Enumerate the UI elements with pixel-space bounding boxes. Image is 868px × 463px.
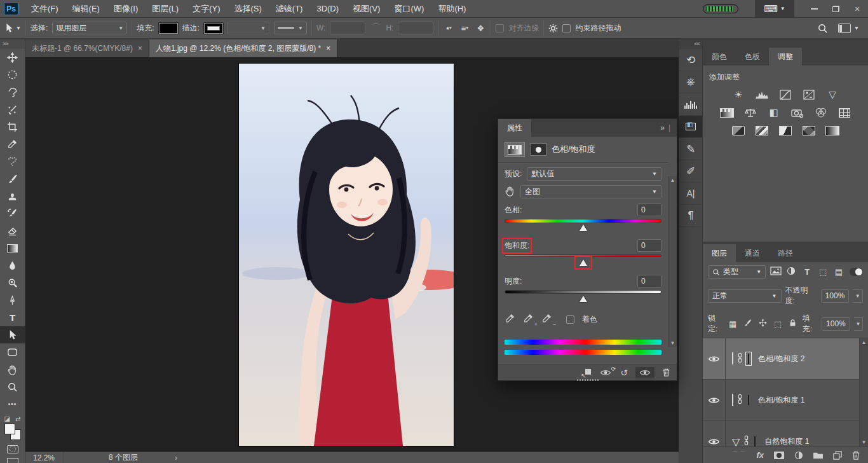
healing-brush-tool[interactable] (0, 153, 25, 170)
clone-stamp-tool[interactable] (0, 188, 25, 205)
default-swatches-icon[interactable]: ◪⇄ (4, 415, 21, 422)
type-tool[interactable]: T (0, 309, 25, 326)
tab-paths[interactable]: 路径 (769, 244, 802, 262)
stroke-type-dropdown[interactable]: ▼ (274, 22, 307, 34)
mask-link-icon[interactable] (743, 435, 749, 446)
marquee-tool[interactable] (0, 66, 25, 83)
window-restore-button[interactable] (825, 0, 846, 18)
lock-all-icon[interactable] (787, 319, 799, 329)
adj-curves-icon[interactable] (778, 89, 793, 100)
menu-window[interactable]: 窗口(W) (388, 0, 430, 18)
layer-name[interactable]: 自然饱和度 1 (764, 436, 809, 447)
layer-row-hue-saturation-1[interactable]: 色相/饱和度 1 (703, 380, 868, 421)
menu-layer[interactable]: 图层(L) (146, 0, 185, 18)
brush-settings-panel-icon[interactable]: ✎ (679, 138, 703, 160)
lock-transparency-icon[interactable]: ▦ (727, 319, 738, 329)
menu-file[interactable]: 文件(F) (25, 0, 65, 18)
foreground-color[interactable] (4, 424, 15, 434)
eyedropper-tool[interactable] (0, 135, 25, 153)
menu-edit[interactable]: 编辑(E) (66, 0, 106, 18)
menu-type[interactable]: 文字(Y) (186, 0, 226, 18)
hue-saturation-adjustment-icon[interactable] (732, 394, 733, 406)
filter-adjustment-layers-icon[interactable] (785, 266, 797, 277)
tab-swatches[interactable]: 色板 (736, 48, 769, 66)
channel-dropdown[interactable]: 全图▼ (520, 185, 661, 198)
blend-mode-dropdown[interactable]: 正常▼ (708, 289, 782, 303)
adj-photo-filter-icon[interactable] (790, 107, 805, 118)
select-mode-dropdown[interactable]: 现用图层▼ (52, 22, 127, 34)
crop-tool[interactable] (0, 118, 25, 135)
panel-resize-grip[interactable] (577, 379, 599, 381)
tab-color[interactable]: 颜色 (703, 48, 736, 66)
quick-mask-button[interactable] (7, 445, 18, 454)
adj-posterize-icon[interactable] (754, 125, 770, 136)
width-input[interactable] (330, 22, 365, 34)
adj-vibrance-icon[interactable]: ▽ (825, 89, 840, 100)
edit-toolbar-button[interactable]: ••• (0, 396, 25, 413)
hue-slider-track[interactable] (505, 219, 661, 223)
path-selection-tool[interactable] (0, 326, 25, 343)
scroll-down-icon[interactable]: ▼ (670, 340, 675, 346)
brushes-panel-icon[interactable]: ✐ (679, 160, 703, 183)
adj-color-lookup-icon[interactable] (837, 107, 852, 118)
scroll-up-icon[interactable]: ▲ (670, 177, 675, 183)
hue-value-input[interactable]: 0 (637, 204, 661, 216)
eyedropper-subtract-icon[interactable]: − (541, 313, 552, 326)
layer-mask-thumbnail[interactable] (747, 394, 750, 406)
gear-icon[interactable] (548, 24, 558, 33)
history-brush-tool[interactable] (0, 205, 25, 222)
adj-exposure-icon[interactable] (801, 89, 817, 100)
constrain-path-checkbox[interactable] (562, 24, 571, 32)
vibrance-adjustment-icon[interactable]: ▽ (732, 436, 740, 447)
window-minimize-button[interactable] (803, 0, 825, 18)
adj-gradient-map-icon[interactable] (825, 125, 840, 136)
lock-pixels-icon[interactable] (742, 319, 754, 329)
properties-collapse-icon[interactable]: » (660, 123, 668, 132)
adj-channel-mixer-icon[interactable] (813, 107, 829, 118)
targeted-adjustment-icon[interactable] (505, 186, 515, 198)
toggle-visibility-button[interactable] (635, 367, 654, 378)
history-panel-icon[interactable]: ⟲ (679, 49, 703, 71)
move-tool[interactable] (0, 49, 25, 66)
new-adjustment-layer-button[interactable] (794, 451, 803, 460)
menu-help[interactable]: 帮助(H) (431, 0, 472, 18)
filter-toggle-switch[interactable] (850, 268, 863, 276)
document-tab-person[interactable]: 人物1.jpg @ 12.2% (色相/饱和度 2, 图层蒙版/8) * × (149, 39, 337, 57)
screen-mode-button[interactable] (7, 458, 18, 463)
lightness-slider-track[interactable] (505, 290, 661, 294)
preset-dropdown[interactable]: 默认值▼ (527, 167, 661, 181)
dock-collapse-button[interactable]: << (679, 39, 702, 49)
layers-scrollbar[interactable]: ▲▼ (859, 338, 868, 446)
zoom-level-field[interactable]: 12.2% (25, 453, 64, 462)
lock-position-icon[interactable] (757, 319, 769, 329)
filter-type-dropdown[interactable]: 类型▼ (708, 265, 766, 279)
clip-to-layer-button[interactable] (582, 369, 591, 377)
hue-saturation-adjustment-icon[interactable] (732, 353, 733, 364)
adj-invert-icon[interactable] (731, 125, 746, 136)
adj-hue-saturation-icon[interactable] (719, 107, 735, 118)
blur-tool[interactable] (0, 257, 25, 274)
menu-select[interactable]: 选择(S) (227, 0, 268, 18)
tab-properties[interactable]: 属性 (498, 119, 531, 137)
status-chevron-icon[interactable]: › (149, 453, 177, 462)
adj-brightness-contrast-icon[interactable]: ☀ (731, 89, 746, 100)
window-close-button[interactable]: × (846, 0, 868, 18)
lightness-slider-thumb[interactable] (580, 296, 587, 302)
mask-link-icon[interactable] (737, 352, 743, 365)
workspace-switcher-icon[interactable]: ▼ (838, 24, 859, 33)
character-panel-icon[interactable]: A| (679, 183, 703, 205)
adj-threshold-icon[interactable] (778, 125, 793, 136)
new-layer-button[interactable] (833, 451, 842, 460)
adj-selective-color-icon[interactable] (801, 125, 817, 136)
tab-layers[interactable]: 图层 (703, 244, 736, 262)
colorize-checkbox[interactable] (566, 315, 574, 324)
filter-smart-objects-icon[interactable]: ▤ (832, 267, 844, 277)
fill-swatch[interactable] (159, 23, 178, 34)
saturation-slider-thumb[interactable] (580, 259, 587, 266)
panel-group-grip[interactable] (703, 39, 868, 48)
brush-tool[interactable] (0, 170, 25, 188)
path-alignment-icon[interactable]: ≡▾ (459, 23, 470, 33)
menu-image[interactable]: 图像(I) (107, 0, 144, 18)
mask-properties-icon[interactable] (530, 143, 546, 156)
lightness-value-input[interactable]: 0 (637, 275, 661, 287)
